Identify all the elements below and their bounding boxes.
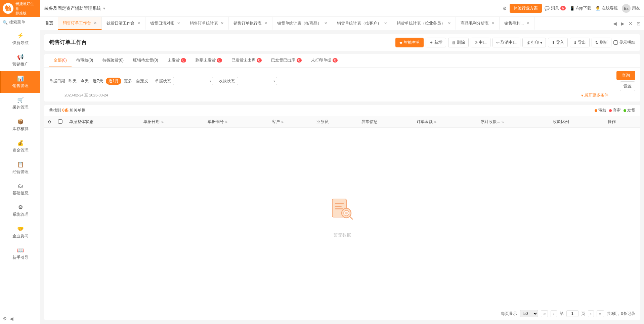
filter-tab-wangpu-ship[interactable]: 旺铺待发货(0) bbox=[128, 54, 163, 67]
sidebar-item-guide[interactable]: 📖 新手引导 bbox=[0, 243, 40, 265]
sidebar-item-finance[interactable]: 💰 资金管理 bbox=[0, 136, 40, 157]
tab-close-summary3[interactable]: ✕ bbox=[448, 21, 451, 26]
tab-daily-clear[interactable]: 钱货日清工作台 ✕ bbox=[102, 17, 145, 30]
filter-tab-not-printed[interactable]: 未打印单据 0 bbox=[306, 54, 342, 67]
date-opt-last1m[interactable]: 近1月 bbox=[106, 78, 122, 85]
date-opt-custom[interactable]: 自定义 bbox=[135, 78, 149, 85]
settings-icon[interactable]: ⚙ bbox=[3, 316, 7, 321]
tab-sales-summary3[interactable]: 销货单统计表（按业务员） ✕ bbox=[392, 17, 456, 30]
tab-nav-next[interactable]: ▶ bbox=[619, 20, 626, 27]
sidebar-item-inventory[interactable]: 📦 库存核算 bbox=[0, 114, 40, 136]
cancel-stop-btn[interactable]: ↩ 取消中止 bbox=[492, 38, 520, 47]
topbar-gear-icon[interactable]: ⚙ bbox=[503, 6, 507, 11]
tab-home[interactable]: 首页 bbox=[40, 17, 58, 30]
sidebar-item-system[interactable]: ⚙ 系统管理 bbox=[0, 200, 40, 221]
sidebar-item-operations[interactable]: 📋 经营管理 bbox=[0, 157, 40, 179]
show-detail-checkbox-label[interactable]: 显示明细 bbox=[613, 40, 635, 45]
export-btn[interactable]: ⬇ 导出 bbox=[570, 38, 590, 47]
result-count: 0条 bbox=[62, 108, 69, 113]
filter-tab-not-shipped[interactable]: 未发货 0 bbox=[163, 54, 191, 67]
date-opt-last7[interactable]: 近7天 bbox=[91, 78, 104, 85]
sidebar-search[interactable]: 🔍 搜索菜单 bbox=[0, 17, 40, 28]
tab-cash-goods[interactable]: 钱货日清对账 ✕ bbox=[145, 17, 185, 30]
next-page-btn[interactable]: › bbox=[588, 310, 594, 317]
col-ratio: 收款比例 bbox=[550, 116, 605, 128]
user-menu[interactable]: Ea 用友 bbox=[622, 4, 640, 13]
page-input[interactable] bbox=[566, 310, 578, 317]
online-service-btn[interactable]: 👨‍💼 在线客服 bbox=[595, 5, 618, 11]
tab-sales-summary2[interactable]: 销货单统计表（按客户） ✕ bbox=[332, 17, 392, 30]
message-btn[interactable]: 💬 消息 6 bbox=[545, 5, 566, 11]
set-btn[interactable]: 设置 bbox=[620, 81, 635, 91]
page-label: 第 bbox=[560, 311, 564, 317]
refresh-btn[interactable]: ↻ 刷新 bbox=[592, 38, 611, 47]
date-opt-today[interactable]: 今天 bbox=[79, 78, 90, 85]
tab-close-summary2[interactable]: ✕ bbox=[384, 21, 387, 26]
review-action-btn[interactable]: 审核 bbox=[595, 108, 606, 113]
delete-btn[interactable]: 🗑 删除 bbox=[448, 38, 469, 47]
app-download-btn[interactable]: 📱 App下载 bbox=[570, 5, 591, 11]
sort-customer-icon[interactable]: ⇅ bbox=[281, 120, 284, 124]
table-gear-icon[interactable]: ⚙ bbox=[48, 120, 51, 124]
message-badge: 6 bbox=[560, 6, 566, 10]
tab-close-sales-workbench[interactable]: ✕ bbox=[94, 21, 97, 25]
ship-action-btn[interactable]: 发货 bbox=[624, 108, 635, 113]
tab-close-sales-exec[interactable]: ✕ bbox=[264, 21, 267, 26]
filter-tab-shipped-not-in[interactable]: 已发货未出库 0 bbox=[227, 54, 267, 67]
per-page-select[interactable]: 10 20 50 100 bbox=[520, 310, 538, 317]
first-page-btn[interactable]: « bbox=[541, 310, 548, 317]
smart-gen-btn[interactable]: ★ 智能生单 bbox=[395, 38, 424, 47]
collapse-icon[interactable]: ◀ bbox=[10, 316, 13, 321]
tab-close-sales-more[interactable]: ✕ bbox=[526, 21, 529, 26]
sidebar-item-marketing[interactable]: 📢 营销推广 bbox=[0, 50, 40, 71]
filter-tab-all[interactable]: 全部(0) bbox=[49, 54, 72, 67]
filter-area: 单据日期 昨天 今天 近7天 近1月 更多 自定义 单据状态 bbox=[44, 68, 640, 102]
tab-sales-summary1[interactable]: 销货单统计表（按商品） ✕ bbox=[272, 17, 332, 30]
filter-tab-pending-review[interactable]: 待审核(0) bbox=[72, 54, 98, 67]
filter-tabs: 全部(0) 待审核(0) 待拣验货(0) 旺铺待发货(0) 未发货 0 到期未发… bbox=[44, 54, 640, 68]
title-dropdown-icon[interactable]: ▾ bbox=[103, 6, 105, 11]
tab-nav-close-all[interactable]: ✕ bbox=[627, 20, 634, 27]
sidebar-item-label: 系统管理 bbox=[12, 212, 29, 217]
solution-btn[interactable]: 体验行业方案 bbox=[510, 4, 542, 13]
sidebar-item-purchase[interactable]: 🛒 采购管理 bbox=[0, 93, 40, 114]
sidebar-item-quick-nav[interactable]: ⚡ 快捷导航 bbox=[0, 28, 40, 50]
print-btn[interactable]: 🖨 打印 ▾ bbox=[522, 38, 546, 47]
sort-collected-icon[interactable]: ⇅ bbox=[501, 120, 504, 124]
add-btn[interactable]: ＋ 新增 bbox=[426, 38, 446, 47]
sidebar-item-basic-info[interactable]: 🗂 基础信息 bbox=[0, 179, 40, 200]
tab-sales-exec[interactable]: 销售订单执行表 ✕ bbox=[229, 17, 272, 30]
filter-tab-pending-check[interactable]: 待拣验货(0) bbox=[98, 54, 128, 67]
check-all-checkbox[interactable] bbox=[58, 119, 62, 124]
cancel-review-action-btn[interactable]: 弃审 bbox=[609, 108, 621, 113]
tab-nav-prev[interactable]: ◀ bbox=[612, 20, 618, 27]
tab-sales-workbench[interactable]: 销售订单工作台 ✕ bbox=[58, 17, 102, 30]
tab-close-daily-clear[interactable]: ✕ bbox=[137, 21, 140, 26]
expand-conditions-btn[interactable]: ▾ 展开更多条件 bbox=[581, 92, 608, 98]
last-page-btn[interactable]: » bbox=[597, 310, 604, 317]
tab-close-gross-margin[interactable]: ✕ bbox=[491, 21, 495, 26]
sort-date-icon[interactable]: ⇅ bbox=[161, 120, 164, 124]
payment-select[interactable] bbox=[237, 77, 277, 85]
import-btn[interactable]: ⬆ 导入 bbox=[548, 38, 568, 47]
filter-tab-shipped-in[interactable]: 已发货已出库 0 bbox=[266, 54, 306, 67]
sidebar-item-enterprise[interactable]: 🤝 企业协同 bbox=[0, 221, 40, 243]
search-btn[interactable]: 查询 bbox=[616, 71, 635, 80]
tab-close-cash-goods[interactable]: ✕ bbox=[177, 21, 180, 26]
prev-page-btn[interactable]: ‹ bbox=[551, 310, 557, 317]
filter-tab-overdue-ship[interactable]: 到期未发货 0 bbox=[191, 54, 227, 67]
date-opt-yesterday[interactable]: 昨天 bbox=[67, 78, 78, 85]
tab-close-sales-stats[interactable]: ✕ bbox=[221, 21, 224, 26]
date-opt-more[interactable]: 更多 bbox=[123, 78, 133, 85]
tab-nav-expand[interactable]: ⊡ bbox=[635, 20, 642, 27]
tab-gross-margin[interactable]: 商品毛利分析表 ✕ bbox=[456, 17, 500, 30]
tab-close-summary1[interactable]: ✕ bbox=[324, 21, 327, 26]
tab-sales-more[interactable]: 销售毛利... ✕ bbox=[500, 17, 534, 30]
show-detail-checkbox[interactable] bbox=[613, 40, 618, 45]
tab-sales-stats[interactable]: 销售订单统计表 ✕ bbox=[185, 17, 229, 30]
stop-btn[interactable]: ⊘ 中止 bbox=[471, 38, 490, 47]
sort-amount-icon[interactable]: ⇅ bbox=[434, 120, 436, 124]
status-select[interactable] bbox=[173, 77, 213, 85]
sidebar-item-sales[interactable]: 📊 销售管理 bbox=[0, 71, 40, 93]
sort-number-icon[interactable]: ⇅ bbox=[225, 120, 227, 124]
